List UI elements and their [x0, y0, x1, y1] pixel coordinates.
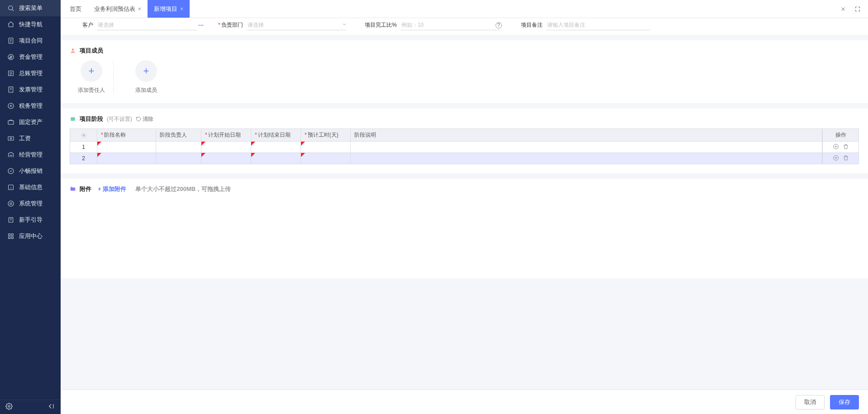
- svg-rect-16: [9, 237, 10, 238]
- sidebar-item-label: 新手引导: [19, 216, 43, 224]
- svg-point-12: [8, 201, 14, 206]
- th-start: 计划开始日期: [201, 129, 251, 142]
- sidebar-item-label: 发票管理: [19, 86, 43, 94]
- remark-input[interactable]: [546, 20, 650, 30]
- ledger-icon: [7, 70, 14, 77]
- sidebar-item-info[interactable]: 基础信息: [0, 179, 61, 195]
- dept-input[interactable]: [247, 20, 346, 30]
- tab-label: 业务利润预估表: [94, 5, 135, 13]
- tab[interactable]: 新增项目×: [148, 0, 190, 18]
- cell-end[interactable]: [251, 142, 301, 153]
- salary-icon: [7, 135, 14, 142]
- sidebar-item-label: 应用中心: [19, 232, 43, 240]
- tab[interactable]: 首页: [63, 0, 88, 18]
- gear-icon[interactable]: [5, 403, 13, 411]
- sidebar-item-reimburse[interactable]: 小畅报销: [0, 163, 61, 179]
- sidebar-item-label: 资金管理: [19, 53, 43, 61]
- sidebar-item-guide[interactable]: 新手引导: [0, 212, 61, 228]
- svg-point-21: [83, 134, 85, 136]
- add-row-icon[interactable]: [833, 155, 839, 161]
- row-number: 1: [70, 142, 97, 153]
- delete-row-icon[interactable]: [843, 143, 849, 150]
- tab-close-icon[interactable]: ×: [138, 6, 141, 12]
- cell-desc[interactable]: [351, 153, 822, 164]
- sidebar-item-apps[interactable]: 应用中心: [0, 228, 61, 244]
- member-icon: [70, 48, 76, 54]
- svg-rect-6: [8, 121, 14, 124]
- sidebar-item-label: 小畅报销: [19, 167, 43, 175]
- cell-days[interactable]: [301, 142, 351, 153]
- cancel-button[interactable]: 取消: [796, 395, 825, 409]
- sidebar-item-label: 经营管理: [19, 151, 43, 159]
- sidebar-item-ledger[interactable]: 总账管理: [0, 65, 61, 81]
- svg-rect-14: [9, 234, 10, 236]
- sidebar-item-asset[interactable]: 固定资产: [0, 114, 61, 130]
- table-row[interactable]: 2: [70, 153, 822, 164]
- cell-owner[interactable]: [156, 153, 201, 164]
- save-button[interactable]: 保存: [830, 395, 859, 409]
- cell-name[interactable]: [97, 153, 156, 164]
- sidebar-item-biz[interactable]: 经营管理: [0, 147, 61, 163]
- sidebar-item-invoice[interactable]: 发票管理: [0, 81, 61, 98]
- sidebar-item-label: 项目合同: [19, 37, 43, 45]
- add-member-label: 添加成员: [135, 86, 157, 94]
- svg-rect-17: [11, 237, 13, 238]
- customer-label: 客户: [70, 21, 93, 29]
- attach-title: 附件: [80, 185, 91, 193]
- customer-input[interactable]: [97, 20, 196, 30]
- tab-label: 首页: [70, 5, 81, 13]
- collapse-icon[interactable]: [48, 403, 55, 411]
- svg-rect-20: [71, 117, 75, 121]
- invoice-icon: [7, 86, 14, 93]
- sidebar-item-doc[interactable]: 项目合同: [0, 33, 61, 49]
- help-icon[interactable]: ?: [496, 22, 502, 29]
- th-desc: 阶段说明: [351, 129, 822, 142]
- sidebar-item-label: 系统管理: [19, 200, 43, 208]
- sidebar-item-money[interactable]: 资金管理: [0, 49, 61, 65]
- money-icon: [7, 53, 14, 61]
- sidebar-item-tax[interactable]: 税务管理: [0, 98, 61, 114]
- th-op: 操作: [823, 129, 859, 142]
- th-days: 预计工时(天): [301, 129, 351, 142]
- sidebar-item-label: 快捷导航: [19, 20, 43, 29]
- close-icon[interactable]: [837, 3, 849, 15]
- cell-start[interactable]: [201, 153, 251, 164]
- asset-icon: [7, 119, 14, 126]
- add-owner-button[interactable]: +: [81, 60, 102, 82]
- cell-start[interactable]: [201, 142, 251, 153]
- cell-desc[interactable]: [351, 142, 822, 153]
- cell-days[interactable]: [301, 153, 351, 164]
- section-attachments: 附件 + 添加附件 单个大小不超过200MB，可拖拽上传: [61, 179, 868, 278]
- fullscreen-icon[interactable]: [852, 3, 863, 15]
- home-icon: [7, 21, 14, 28]
- delete-row-icon[interactable]: [843, 155, 849, 161]
- gear-column-icon[interactable]: [70, 129, 97, 142]
- doc-icon: [7, 37, 14, 44]
- sidebar-item-sys[interactable]: 系统管理: [0, 195, 61, 212]
- tab-label: 新增项目: [154, 5, 177, 13]
- cell-name[interactable]: [97, 142, 156, 153]
- add-row-icon[interactable]: [833, 143, 839, 150]
- add-attachment-button[interactable]: + 添加附件: [98, 185, 126, 193]
- sidebar-item-salary[interactable]: 工资: [0, 130, 61, 147]
- cell-end[interactable]: [251, 153, 301, 164]
- cell-owner[interactable]: [156, 142, 201, 153]
- sidebar-item-home[interactable]: 快捷导航: [0, 16, 61, 33]
- sys-icon: [7, 200, 14, 207]
- add-owner-label: 添加责任人: [78, 86, 105, 94]
- svg-point-8: [10, 138, 11, 139]
- done-input[interactable]: [401, 20, 500, 30]
- more-icon[interactable]: ⋯: [198, 22, 205, 29]
- info-icon: [7, 184, 14, 191]
- svg-rect-7: [8, 137, 14, 140]
- field-done: 项目完工比% ?: [361, 20, 502, 30]
- add-member-button[interactable]: +: [135, 60, 157, 82]
- cell-op: [823, 153, 859, 164]
- tab-close-icon[interactable]: ×: [180, 6, 183, 12]
- sidebar-item-search[interactable]: 搜索菜单: [0, 0, 61, 16]
- clear-button[interactable]: 清除: [136, 115, 153, 123]
- table-row[interactable]: 1: [70, 142, 822, 153]
- search-icon: [7, 5, 14, 12]
- tab[interactable]: 业务利润预估表×: [88, 0, 148, 18]
- svg-point-0: [9, 6, 13, 10]
